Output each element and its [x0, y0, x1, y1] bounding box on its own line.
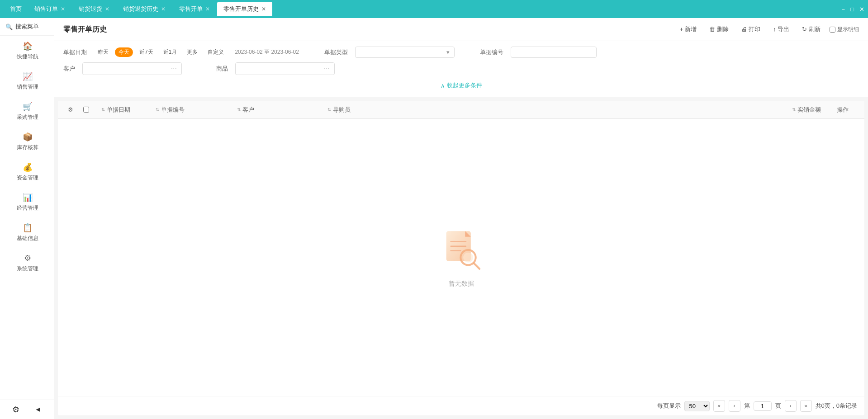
tab-sales-return-history[interactable]: 销货退货历史 ✕ [117, 2, 172, 16]
collapse-filter-btn[interactable]: ∧ 收起更多条件 [63, 80, 859, 91]
sidebar-item-purchase[interactable]: 🛒 采购管理 [0, 96, 54, 127]
print-button[interactable]: 🖨 打印 [738, 24, 764, 35]
select-all-checkbox[interactable] [83, 107, 89, 113]
page-title: 零售开单历史 [63, 25, 107, 34]
date-btn-more[interactable]: 更多 [183, 47, 201, 57]
bill-type-label: 单据类型 [324, 48, 348, 56]
sidebar-label-purchase: 采购管理 [17, 113, 38, 121]
close-tab-sales-return-history[interactable]: ✕ [161, 6, 166, 12]
date-range-display: 2023-06-02 至 2023-06-02 [235, 48, 299, 56]
th-no[interactable]: ⇅ 单据编号 [152, 106, 233, 114]
pagination: 每页显示 10 20 50 100 « ‹ 第 页 › » 共0页，0条记录 [58, 396, 864, 415]
filter-row-2: 客户 ··· 商品 ··· [63, 62, 859, 75]
th-checkbox[interactable] [80, 107, 98, 113]
close-tab-retail-open-history[interactable]: ✕ [261, 6, 266, 12]
close-tab-retail-open[interactable]: ✕ [205, 6, 210, 12]
empty-state: 暂无数据 [439, 227, 484, 288]
purchase-icon: 🛒 [23, 102, 33, 112]
product-select[interactable]: ··· [235, 62, 335, 75]
date-btn-today[interactable]: 今天 [115, 47, 133, 57]
product-ellipsis: ··· [324, 65, 330, 73]
date-filter-label: 单据日期 [63, 48, 87, 56]
sort-amount-icon: ⇅ [792, 107, 796, 112]
sidebar-item-finance[interactable]: 💰 资金管理 [0, 157, 54, 187]
sidebar-settings-icon[interactable]: ⚙ [12, 405, 19, 414]
page-size-select[interactable]: 10 20 50 100 [684, 401, 710, 411]
export-button[interactable]: ↑ 导出 [769, 24, 793, 35]
chevron-down-icon: ▾ [446, 49, 450, 56]
svg-line-6 [474, 263, 479, 269]
sidebar-item-basic-info[interactable]: 📋 基础信息 [0, 217, 54, 248]
maximize-btn[interactable]: □ [850, 6, 854, 13]
page-next-btn[interactable]: › [785, 400, 797, 412]
table-container: ⚙ ⇅ 单据日期 ⇅ 单据编号 ⇅ 客户 ⇅ [58, 101, 864, 415]
sidebar-item-operations[interactable]: 📊 经营管理 [0, 187, 54, 217]
customer-select[interactable]: ··· [82, 62, 182, 75]
sidebar-search[interactable]: 🔍 搜索菜单 [0, 18, 54, 36]
sort-customer-icon: ⇅ [237, 107, 241, 112]
close-btn[interactable]: ✕ [859, 6, 864, 13]
sidebar-label-quick-nav: 快捷导航 [17, 53, 38, 61]
close-tab-sales-order[interactable]: ✕ [61, 6, 65, 12]
table-body: 暂无数据 [58, 119, 864, 396]
settings-icon: ⚙ [68, 106, 73, 113]
sidebar-item-system[interactable]: ⚙ 系统管理 [0, 248, 54, 278]
show-detail-input[interactable] [830, 27, 835, 33]
sidebar: 🔍 搜索菜单 🏠 快捷导航 📈 销售管理 🛒 采购管理 📦 库存核算 💰 资金管… [0, 18, 54, 419]
date-btn-7days[interactable]: 近7天 [136, 47, 157, 57]
minimize-btn[interactable]: − [842, 6, 845, 13]
operations-icon: 📊 [23, 193, 33, 202]
table-header: ⚙ ⇅ 单据日期 ⇅ 单据编号 ⇅ 客户 ⇅ [58, 101, 864, 119]
th-settings[interactable]: ⚙ [62, 106, 80, 113]
bill-type-select[interactable]: ▾ [355, 47, 455, 58]
close-tab-sales-return[interactable]: ✕ [105, 6, 109, 12]
tab-sales-return[interactable]: 销货退货 ✕ [72, 2, 116, 16]
sidebar-item-sales[interactable]: 📈 销售管理 [0, 66, 54, 96]
sort-no-icon: ⇅ [156, 107, 159, 112]
sidebar-label-basic-info: 基础信息 [17, 235, 38, 242]
sidebar-item-inventory[interactable]: 📦 库存核算 [0, 127, 54, 157]
page-number-input[interactable] [754, 401, 772, 411]
sidebar-item-quick-nav[interactable]: 🏠 快捷导航 [0, 36, 54, 66]
page-label: 页 [775, 402, 781, 410]
content-area: 零售开单历史 + 新增 🗑 删除 🖨 打印 ↑ 导出 ↻ 刷新 显示明细 单据日… [54, 18, 868, 419]
sidebar-label-finance: 资金管理 [17, 174, 38, 182]
th-customer[interactable]: ⇅ 客户 [233, 106, 324, 114]
tab-retail-open[interactable]: 零售开单 ✕ [173, 2, 216, 16]
search-icon: 🔍 [5, 24, 13, 30]
show-detail-label: 显示明细 [837, 26, 859, 33]
window-controls: − □ ✕ [842, 6, 864, 13]
th-action: 操作 [825, 106, 861, 114]
date-buttons: 昨天 今天 近7天 近1月 更多 自定义 [94, 47, 228, 57]
date-btn-yesterday[interactable]: 昨天 [94, 47, 112, 57]
page-header: 零售开单历史 + 新增 🗑 删除 🖨 打印 ↑ 导出 ↻ 刷新 显示明细 [54, 18, 868, 41]
th-buyer[interactable]: ⇅ 导购员 [324, 106, 378, 114]
th-date[interactable]: ⇅ 单据日期 [98, 106, 152, 114]
sidebar-collapse-icon[interactable]: ◄ [34, 405, 42, 414]
refresh-button[interactable]: ↻ 刷新 [798, 24, 824, 35]
inventory-icon: 📦 [23, 132, 33, 142]
sidebar-bottom: ⚙ ◄ [0, 400, 54, 419]
basic-info-icon: 📋 [23, 223, 33, 233]
tab-sales-order[interactable]: 销售订单 ✕ [28, 2, 71, 16]
tab-retail-open-history[interactable]: 零售开单历史 ✕ [217, 2, 272, 16]
home-icon: 🏠 [23, 41, 33, 51]
delete-button[interactable]: 🗑 删除 [706, 24, 732, 35]
sort-date-icon: ⇅ [101, 107, 105, 112]
th-amount[interactable]: ⇅ 实销金额 [378, 106, 825, 114]
page-first-btn[interactable]: « [713, 400, 725, 412]
page-prev-label: 第 [744, 402, 750, 410]
date-btn-custom[interactable]: 自定义 [204, 47, 228, 57]
bill-no-input[interactable] [511, 47, 597, 58]
page-last-btn[interactable]: » [800, 400, 812, 412]
page-size-label: 每页显示 [657, 402, 681, 410]
sidebar-label-system: 系统管理 [17, 265, 38, 273]
finance-icon: 💰 [23, 162, 33, 172]
date-btn-1month[interactable]: 近1月 [160, 47, 181, 57]
page-prev-btn[interactable]: ‹ [729, 400, 740, 412]
add-button[interactable]: + 新增 [676, 24, 700, 35]
main-layout: 🔍 搜索菜单 🏠 快捷导航 📈 销售管理 🛒 采购管理 📦 库存核算 💰 资金管… [0, 18, 868, 419]
show-detail-checkbox[interactable]: 显示明细 [830, 26, 859, 33]
tab-home[interactable]: 首页 [4, 5, 28, 13]
empty-illustration [439, 227, 484, 273]
